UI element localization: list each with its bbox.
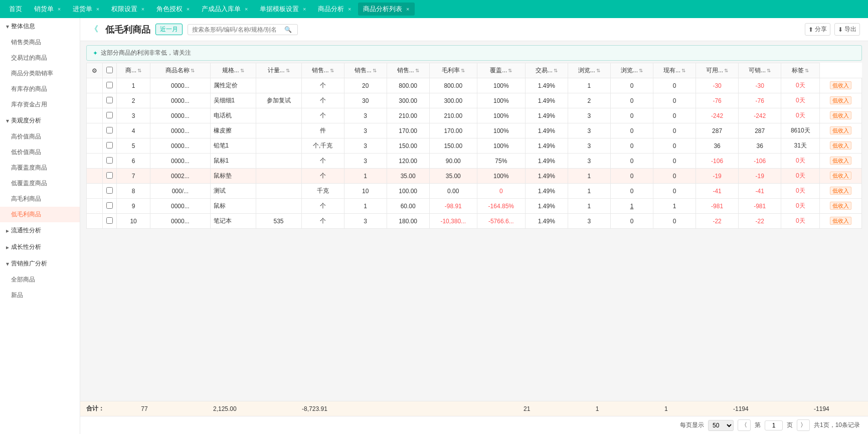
nav-home[interactable]: 首页 — [4, 3, 27, 16]
nav-purchase[interactable]: 进货单 × — [68, 3, 104, 16]
sort-price-icon[interactable]: ⇅ — [373, 68, 377, 73]
prev-page-btn[interactable]: 〈 — [738, 419, 751, 431]
nav-permission[interactable]: 权限设置 × — [106, 3, 149, 16]
sidebar-item-in-stock[interactable]: 有库存的商品 — [0, 81, 80, 97]
search-icon[interactable]: 🔍 — [284, 26, 292, 33]
page-number-input[interactable] — [765, 420, 783, 430]
sidebar-group-flow[interactable]: ▸ 流通性分析 — [0, 222, 80, 239]
sort-stock-icon[interactable]: ⇅ — [681, 68, 685, 73]
row-select-0[interactable] — [106, 82, 113, 88]
row-select-8[interactable] — [106, 202, 113, 209]
col-saleable[interactable]: 可销...⇅ — [739, 63, 781, 78]
nav-sales[interactable]: 销货单 × — [29, 3, 66, 16]
col-transaction[interactable]: 交易...⇅ — [525, 63, 568, 78]
sidebar-item-all-goods[interactable]: 全部商品 — [0, 272, 80, 287]
nav-analysis-list[interactable]: 商品分析列表 × — [358, 3, 414, 16]
table-row[interactable]: 2 0000... 吴细细1 参加复试 个 30 300.00 300.00 1… — [87, 93, 862, 108]
row-checkbox-3[interactable] — [103, 123, 117, 138]
row-name-3[interactable]: 橡皮擦 — [210, 123, 256, 138]
nav-purchase-close[interactable]: × — [96, 6, 99, 12]
sidebar-item-low-value[interactable]: 低价值商品 — [0, 144, 80, 160]
nav-permission-close[interactable]: × — [141, 6, 144, 12]
nav-role-close[interactable]: × — [187, 6, 190, 12]
row-checkbox-2[interactable] — [103, 108, 117, 123]
export-btn[interactable]: ⬇ 导出 — [834, 23, 860, 36]
nav-analysis-list-close[interactable]: × — [406, 6, 409, 12]
table-row[interactable]: 3 0000... 电话机 个 3 210.00 210.00 100% 1.4… — [87, 108, 862, 123]
sort-browse2-icon[interactable]: ⇅ — [639, 68, 643, 73]
nav-product-entry[interactable]: 产成品入库单 × — [197, 3, 253, 16]
row-checkbox-5[interactable] — [103, 154, 117, 169]
share-btn[interactable]: ⬆ 分享 — [805, 23, 830, 36]
col-spec[interactable]: 规格...⇅ — [210, 63, 256, 78]
row-select-6[interactable] — [106, 172, 113, 179]
sidebar-item-new[interactable]: 新品 — [0, 287, 80, 303]
sidebar-group-marketing[interactable]: ▾ 营销推广分析 — [0, 255, 80, 272]
nav-role[interactable]: 角色授权 × — [151, 3, 195, 16]
row-select-4[interactable] — [106, 142, 113, 149]
table-row[interactable]: 4 0000... 橡皮擦 件 3 170.00 170.00 100% 1.4… — [87, 123, 862, 138]
sort-browse1-icon[interactable]: ⇅ — [596, 68, 600, 73]
row-select-9[interactable] — [106, 217, 113, 224]
nav-template-close[interactable]: × — [303, 6, 306, 12]
sidebar-collapse-btn[interactable]: 《 — [88, 24, 100, 35]
row-select-7[interactable] — [106, 187, 113, 194]
sidebar-item-traded[interactable]: 交易过的商品 — [0, 50, 80, 66]
row-name-0[interactable]: 属性定价 — [210, 78, 256, 93]
col-browse2[interactable]: 浏览...⇅ — [610, 63, 653, 78]
row-select-2[interactable] — [106, 112, 113, 118]
col-coverage[interactable]: 覆盖...⇅ — [477, 63, 525, 78]
table-row[interactable]: 1 0000... 属性定价 个 20 800.00 800.00 100% 1… — [87, 78, 862, 93]
row-checkbox-7[interactable] — [103, 184, 117, 199]
table-row[interactable]: 5 0000... 铅笔1 个,千克 3 150.00 150.00 100% … — [87, 138, 862, 154]
table-row[interactable]: 8 000/... 测试 千克 10 100.00 0.00 0 1.49% 1… — [87, 184, 862, 199]
col-tag[interactable]: 标签⇅ — [781, 63, 820, 78]
row-select-3[interactable] — [106, 127, 113, 133]
row-select-5[interactable] — [106, 157, 113, 164]
row-browse1-8[interactable]: 1 — [610, 199, 653, 214]
filter-recent-month-btn[interactable]: 近一月 — [155, 24, 183, 35]
sidebar-item-low-margin[interactable]: 低毛利商品 — [0, 207, 80, 222]
col-available[interactable]: 可用...⇅ — [696, 63, 739, 78]
sidebar-item-category-rate[interactable]: 商品分类助销率 — [0, 66, 80, 81]
sort-saleable-icon[interactable]: ⇅ — [767, 68, 771, 73]
row-name-9[interactable]: 笔记本 — [210, 214, 256, 229]
row-name-5[interactable]: 鼠标1 — [210, 154, 256, 169]
per-page-select[interactable]: 50 100 200 — [708, 420, 734, 431]
nav-sales-close[interactable]: × — [58, 6, 61, 12]
sidebar-group-overall[interactable]: ▾ 整体信息 — [0, 18, 80, 35]
col-gross-margin[interactable]: 毛利率⇅ — [429, 63, 477, 78]
next-page-btn[interactable]: 〉 — [797, 419, 810, 431]
sort-code-icon[interactable]: ⇅ — [137, 68, 141, 73]
sort-tag-icon[interactable]: ⇅ — [805, 68, 809, 73]
table-row[interactable]: 9 0000... 鼠标 个 1 60.00 -98.91 -164.85% 1… — [87, 199, 862, 214]
row-checkbox-9[interactable] — [103, 214, 117, 229]
settings-icon[interactable]: ⚙ — [92, 67, 97, 74]
row-checkbox-6[interactable] — [103, 169, 117, 184]
row-checkbox-0[interactable] — [103, 78, 117, 93]
row-name-8[interactable]: 鼠标 — [210, 199, 256, 214]
col-settings[interactable]: ⚙ — [87, 63, 103, 78]
nav-template[interactable]: 单据模板设置 × — [255, 3, 311, 16]
nav-analysis[interactable]: 商品分析 × — [313, 3, 356, 16]
sidebar-item-low-coverage[interactable]: 低覆盖度商品 — [0, 176, 80, 191]
row-checkbox-8[interactable] — [103, 199, 117, 214]
row-name-4[interactable]: 铅笔1 — [210, 138, 256, 154]
row-checkbox-4[interactable] — [103, 138, 117, 154]
table-row[interactable]: 10 0000... 笔记本 535 个 3 180.00 -10,380...… — [87, 214, 862, 229]
sort-margin-icon[interactable]: ⇅ — [461, 68, 465, 73]
row-name-6[interactable]: 鼠标垫 — [210, 169, 256, 184]
row-name-1[interactable]: 吴细细1 — [210, 93, 256, 108]
sort-unit-icon[interactable]: ⇅ — [286, 68, 290, 73]
col-sales-profit[interactable]: 销售...⇅ — [387, 63, 429, 78]
nav-analysis-close[interactable]: × — [348, 6, 351, 12]
sort-name-icon[interactable]: ⇅ — [191, 68, 195, 73]
search-input[interactable] — [192, 26, 282, 33]
sort-coverage-icon[interactable]: ⇅ — [508, 68, 512, 73]
sidebar-item-high-margin[interactable]: 高毛利商品 — [0, 191, 80, 207]
col-current-stock[interactable]: 现有...⇅ — [653, 63, 696, 78]
col-browse1[interactable]: 浏览...⇅ — [568, 63, 610, 78]
table-row[interactable]: 7 0002... 鼠标垫 个 1 35.00 35.00 100% 1.49%… — [87, 169, 862, 184]
sidebar-item-sales-goods[interactable]: 销售类商品 — [0, 35, 80, 50]
select-all-checkbox[interactable] — [106, 67, 113, 73]
